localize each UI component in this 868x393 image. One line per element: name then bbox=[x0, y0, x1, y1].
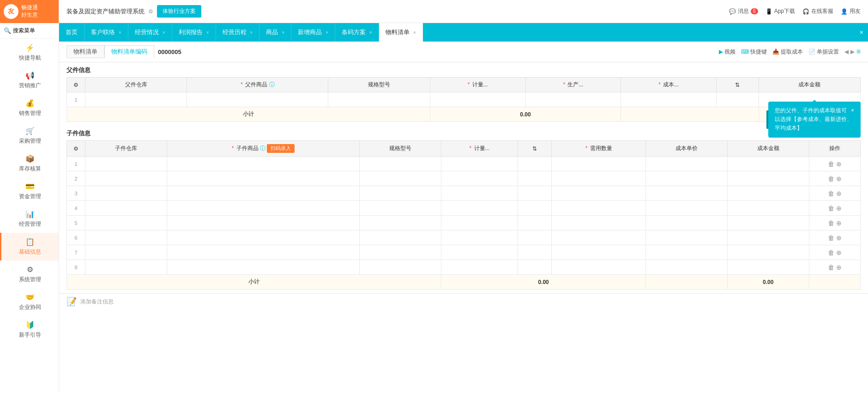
child-warehouse-2[interactable] bbox=[85, 171, 167, 186]
parent-th-settings: ⚙ bbox=[67, 78, 85, 92]
user-menu[interactable]: 👤 用友 bbox=[841, 7, 861, 15]
scan-input-button[interactable]: 扫码录入 bbox=[267, 144, 295, 153]
single-settings-button[interactable]: 📄 单据设置 bbox=[808, 48, 839, 56]
tab-barcode[interactable]: 条码方案 × bbox=[335, 23, 379, 42]
tab-profit[interactable]: 利润报告 × bbox=[172, 23, 216, 42]
delete-icon-4[interactable]: 🗑 bbox=[828, 205, 834, 212]
parent-th-goods: * 父件商品 ⓘ bbox=[187, 78, 328, 92]
sidebar-item-inventory[interactable]: 📦 库存核算 bbox=[0, 150, 59, 177]
settings-icon[interactable]: ⚙ bbox=[148, 8, 153, 15]
copy-icon-2[interactable]: ⊕ bbox=[836, 175, 842, 182]
child-row: 2 🗑 ⊕ bbox=[67, 171, 861, 186]
copy-icon-5[interactable]: ⊕ bbox=[836, 219, 842, 227]
tab-close-business[interactable]: × bbox=[163, 30, 165, 35]
sub-tab-list[interactable]: 物料清单 bbox=[66, 45, 104, 58]
parent-subtotal-row: 小计 0.00 0.00 bbox=[67, 107, 861, 122]
tab-close-profit[interactable]: × bbox=[206, 30, 209, 35]
sidebar-item-sales[interactable]: 💰 销售管理 bbox=[0, 94, 59, 122]
child-subtotal-qty: 0.00 bbox=[441, 275, 646, 290]
tab-close-goods[interactable]: × bbox=[282, 30, 284, 35]
copy-icon-3[interactable]: ⊕ bbox=[836, 190, 842, 197]
close-all-tabs[interactable]: × bbox=[855, 29, 868, 36]
tab-history[interactable]: 经营历程 × bbox=[216, 23, 260, 42]
grid-view-button[interactable]: ≡ bbox=[856, 48, 861, 56]
prev-page-button[interactable]: ◀ bbox=[844, 48, 849, 55]
child-th-goods: * 子件商品 ⓘ 扫码录入 bbox=[167, 141, 360, 157]
system-title: 装备及固定资产辅助管理系统 bbox=[66, 7, 145, 16]
sidebar-item-basic-info[interactable]: 📋 基础信息 bbox=[0, 233, 59, 260]
child-subtotal-cost: 0.00 bbox=[727, 275, 809, 290]
delete-icon-7[interactable]: 🗑 bbox=[828, 249, 834, 256]
video-button[interactable]: ▶ 视频 bbox=[719, 48, 735, 56]
child-row: 3 🗑⊕ bbox=[67, 186, 861, 201]
sidebar-item-operations[interactable]: 📊 经营管理 bbox=[0, 205, 59, 233]
tab-business[interactable]: 经营情况 × bbox=[128, 23, 172, 42]
message-button[interactable]: 💬 消息 6 bbox=[729, 7, 758, 15]
extract-cost-button[interactable]: 📥 提取成本 bbox=[772, 48, 803, 56]
sidebar-item-marketing[interactable]: 📢 营销推广 bbox=[0, 67, 59, 94]
parent-warehouse-cell[interactable] bbox=[85, 92, 187, 107]
user-icon: 👤 bbox=[841, 8, 848, 15]
trial-button[interactable]: 体验行业方案 bbox=[157, 5, 201, 18]
parent-subtotal-unit: 0.00 bbox=[430, 107, 621, 122]
tab-customers[interactable]: 客户联络 × bbox=[84, 23, 128, 42]
tab-close-bom[interactable]: × bbox=[413, 30, 416, 35]
sub-tab-code[interactable]: 物料清单编码 bbox=[104, 45, 154, 58]
app-download-button[interactable]: 📱 App下载 bbox=[766, 7, 795, 15]
child-unit-1[interactable] bbox=[441, 157, 518, 171]
tab-new-goods[interactable]: 新增商品 × bbox=[291, 23, 335, 42]
parent-goods-cell[interactable] bbox=[187, 92, 328, 107]
child-unit-2[interactable] bbox=[441, 171, 518, 186]
sidebar-item-quick-nav[interactable]: ⚡ 快捷导航 bbox=[0, 39, 59, 67]
sidebar-item-guide[interactable]: 🔰 新手引导 bbox=[0, 316, 59, 344]
child-action-1: 🗑 ⊕ bbox=[809, 157, 861, 171]
copy-icon-4[interactable]: ⊕ bbox=[836, 205, 842, 212]
delete-icon-6[interactable]: 🗑 bbox=[828, 234, 834, 242]
tab-close-barcode[interactable]: × bbox=[369, 30, 372, 35]
child-spec-2[interactable] bbox=[360, 171, 441, 186]
child-warehouse-1[interactable] bbox=[85, 157, 167, 171]
main-content: 装备及固定资产辅助管理系统 ⚙ 体验行业方案 💬 消息 6 📱 App下载 🎧 … bbox=[59, 0, 868, 393]
sidebar-item-collab[interactable]: 🤝 企业协同 bbox=[0, 288, 59, 316]
child-goods-1[interactable] bbox=[167, 157, 360, 171]
cart-icon: 🛒 bbox=[25, 127, 35, 135]
delete-icon-1[interactable]: 🗑 bbox=[828, 160, 834, 168]
parent-unit-cell[interactable] bbox=[430, 92, 525, 107]
sidebar-item-purchase[interactable]: 🛒 采购管理 bbox=[0, 122, 59, 150]
child-spec-1[interactable] bbox=[360, 157, 441, 171]
delete-icon-2[interactable]: 🗑 bbox=[828, 175, 834, 182]
copy-icon-1[interactable]: ⊕ bbox=[836, 160, 842, 168]
sidebar-item-system[interactable]: ⚙ 系统管理 bbox=[0, 260, 59, 288]
delete-icon-8[interactable]: 🗑 bbox=[828, 264, 834, 271]
tooltip-close-button[interactable]: × bbox=[851, 106, 854, 115]
tab-goods[interactable]: 商品 × bbox=[259, 23, 291, 42]
child-qty-1[interactable] bbox=[552, 157, 646, 171]
tab-close-new-goods[interactable]: × bbox=[326, 30, 328, 35]
message-badge: 6 bbox=[751, 8, 758, 14]
tab-bom[interactable]: 物料清单 × bbox=[379, 23, 423, 42]
parent-spec-cell[interactable] bbox=[328, 92, 430, 107]
child-th-warehouse: 子件仓库 bbox=[85, 141, 167, 157]
online-service-button[interactable]: 🎧 在线客服 bbox=[802, 7, 833, 15]
tab-close-customers[interactable]: × bbox=[119, 30, 121, 35]
logo-icon: 友 bbox=[4, 4, 18, 19]
shortcut-button[interactable]: ⌨ 快捷键 bbox=[741, 48, 767, 56]
parent-produce-cell[interactable] bbox=[525, 92, 621, 107]
copy-icon-6[interactable]: ⊕ bbox=[836, 234, 842, 242]
parent-cost-cell[interactable] bbox=[621, 92, 717, 107]
delete-icon-5[interactable]: 🗑 bbox=[828, 219, 834, 227]
tab-home[interactable]: 首页 bbox=[59, 23, 84, 42]
copy-icon-8[interactable]: ⊕ bbox=[836, 264, 842, 271]
note-text[interactable]: 添加备注信息 bbox=[80, 298, 114, 306]
delete-icon-3[interactable]: 🗑 bbox=[828, 190, 834, 197]
next-page-button[interactable]: ▶ bbox=[850, 48, 855, 55]
tab-close-history[interactable]: × bbox=[250, 30, 253, 35]
child-goods-2[interactable] bbox=[167, 171, 360, 186]
child-unit-price-2[interactable] bbox=[646, 171, 728, 186]
child-qty-2[interactable] bbox=[552, 171, 646, 186]
sidebar-item-finance[interactable]: 💳 资金管理 bbox=[0, 177, 59, 205]
child-unit-price-1[interactable] bbox=[646, 157, 728, 171]
copy-icon-7[interactable]: ⊕ bbox=[836, 249, 842, 256]
parent-section-title: 父件信息 bbox=[66, 62, 861, 77]
search-menu[interactable]: 🔍 搜索菜单 bbox=[0, 23, 59, 39]
